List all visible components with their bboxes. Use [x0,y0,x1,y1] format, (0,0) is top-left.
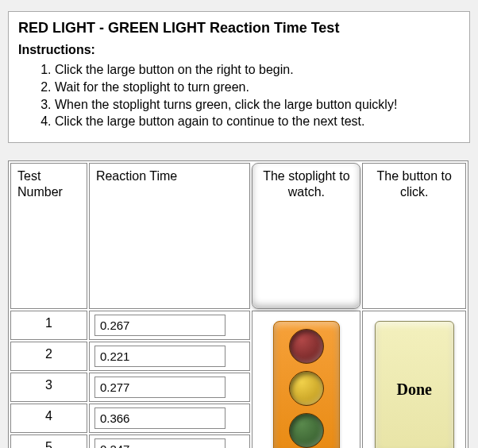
instruction-step: When the stoplight turns green, click th… [55,97,460,114]
reaction-time-cell [89,342,250,371]
page-title: RED LIGHT - GREEN LIGHT Reaction Time Te… [18,20,460,37]
col-button: The button to click. [362,163,466,309]
instruction-step: Click the large button on the right to b… [55,62,460,79]
stoplight-green-lamp [289,413,324,448]
instructions-list: Click the large button on the right to b… [18,62,460,130]
test-number-cell: 4 [10,404,87,433]
test-number-cell: 5 [10,434,87,448]
stoplight-yellow-lamp [289,371,324,406]
instruction-step: Wait for the stoplight to turn green. [55,79,460,96]
button-cell: Done [362,311,466,448]
reaction-time-input[interactable] [94,407,226,429]
instructions-panel: RED LIGHT - GREEN LIGHT Reaction Time Te… [8,11,470,143]
stoplight-cell [252,311,360,448]
reaction-time-input[interactable] [94,346,226,367]
stoplight-red-lamp [289,329,324,364]
reaction-time-input[interactable] [94,377,226,398]
instructions-heading: Instructions: [18,43,460,57]
reaction-time-cell [89,311,250,340]
instruction-step: Click the large button again to continue… [55,114,460,130]
table-row: 1 Done [10,311,466,340]
test-number-cell: 1 [10,311,87,340]
reaction-time-cell [89,434,250,448]
done-button[interactable]: Done [375,321,454,448]
col-reaction-time: Reaction Time [89,163,250,309]
reaction-time-input[interactable] [94,315,226,336]
reaction-time-cell [89,373,250,402]
test-number-cell: 3 [10,373,87,402]
stoplight-icon [273,321,340,448]
col-test-number: Test Number [10,163,87,309]
test-number-cell: 2 [10,342,87,371]
col-stoplight: The stoplight to watch. [252,163,360,309]
reaction-time-input[interactable] [94,438,226,448]
results-table: Test Number Reaction Time The stoplight … [8,160,468,448]
reaction-time-cell [89,404,250,433]
